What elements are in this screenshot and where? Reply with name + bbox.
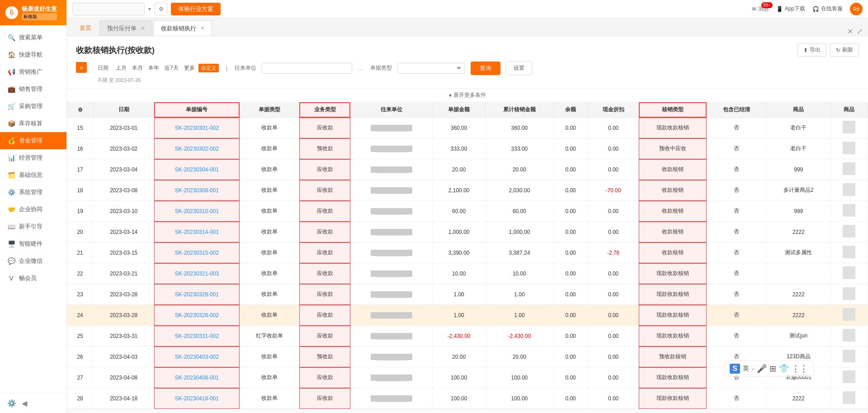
sidebar-item-hardware[interactable]: 🖥️智能硬件 — [0, 235, 66, 252]
doc-link[interactable]: SK-20230418-001 — [175, 395, 219, 402]
cell-write_off_type: 现款收款核销 — [639, 388, 707, 409]
cell-cash_discount: -70.00 — [588, 180, 639, 201]
cell-date: 2023-03-28 — [94, 305, 154, 326]
cell-doc_type: 收款单 — [240, 138, 299, 159]
tab-close-icon[interactable]: ✕ — [141, 26, 145, 31]
sidebar-item-sales[interactable]: 💼销售管理 — [0, 81, 66, 98]
cell-biz_type: 应收款 — [299, 180, 350, 201]
cell-amount: -2,430.00 — [432, 326, 485, 347]
cell-partner: ████████ — [350, 388, 432, 409]
col-header-cumulative: 累计核销金额 — [486, 102, 553, 118]
cell-biz_type: 应收款 — [299, 284, 350, 305]
cell-cumulative: 1.00 — [486, 284, 553, 305]
date-opt[interactable]: 更多 — [182, 63, 197, 73]
cell-amount: 20.00 — [432, 159, 485, 180]
topbar-message-btn[interactable]: ✉ 消息 99+ — [752, 5, 769, 13]
doc-link[interactable]: SK-20230308-001 — [175, 187, 219, 194]
cell-doc_type: 收款单 — [240, 180, 299, 201]
doc-link[interactable]: SK-20230302-002 — [175, 146, 219, 152]
doc-link[interactable]: SK-20230331-002 — [175, 333, 219, 339]
cell-doc_type: 收款单 — [240, 242, 299, 263]
doc-link[interactable]: SK-20230328-001 — [175, 291, 219, 298]
cell-cumulative: 360.00 — [486, 118, 553, 138]
maximize-icon[interactable]: ⤢ — [857, 27, 863, 36]
sidebar-item-search[interactable]: 🔍搜索菜单 — [0, 29, 66, 46]
cell-doc_no: SK-20230301-002 — [154, 118, 240, 138]
date-opt[interactable]: 本年 — [146, 63, 161, 73]
sidebar-item-guide[interactable]: 📖新手引导 — [0, 218, 66, 235]
sidebar-item-inventory[interactable]: 📦库存核算 — [0, 115, 66, 132]
refresh-button[interactable]: ↻ 刷新 — [830, 43, 859, 57]
sidebar-item-system[interactable]: ⚙️系统管理 — [0, 184, 66, 201]
doc-link[interactable]: SK-20230315-002 — [175, 250, 219, 256]
sidebar-item-label: 系统管理 — [19, 188, 42, 196]
solution-button[interactable]: 体验行业方案 — [171, 3, 221, 15]
doc-link[interactable]: SK-20230321-003 — [175, 271, 219, 277]
doc-link[interactable]: SK-20230314-001 — [175, 229, 219, 235]
doc-link[interactable]: SK-20230310-001 — [175, 208, 219, 214]
query-button[interactable]: 查询 — [471, 62, 500, 75]
date-opt[interactable]: 上月 — [114, 63, 128, 73]
sidebar-item-wechat[interactable]: 💬企业微信 — [0, 252, 66, 270]
member-icon: V — [7, 275, 15, 282]
cell-date: 2023-03-10 — [94, 201, 154, 222]
cell-doc_no: SK-20230314-001 — [154, 222, 240, 242]
cell-partner: ████████ — [350, 180, 432, 201]
tab-home[interactable]: 首页 — [72, 20, 99, 36]
cell-cash_discount: 0.00 — [588, 263, 639, 284]
doc-type-select[interactable] — [397, 63, 465, 74]
date-opt[interactable]: 近7天 — [163, 63, 180, 73]
cell-amount: 100.00 — [432, 367, 485, 388]
topbar-service-btn[interactable]: 🎧 在线客服 — [812, 5, 843, 13]
date-custom-btn[interactable]: 自定义 — [198, 64, 219, 72]
cell-partner: ████████ — [350, 138, 432, 159]
sidebar-item-member[interactable]: V畅会员 — [0, 270, 66, 287]
cell-cumulative: 10.00 — [486, 263, 553, 284]
filter-toggle-btn[interactable]: » — [76, 62, 87, 73]
tab-close-icon[interactable]: ✕ — [201, 26, 204, 31]
settings-icon[interactable]: ⚙️ — [7, 399, 16, 408]
sidebar-item-quick[interactable]: 🏠快捷导航 — [0, 46, 66, 63]
sidebar-item-collab[interactable]: 🤝企业协同 — [0, 201, 66, 218]
doc-link[interactable]: SK-20230403-002 — [175, 354, 219, 360]
collapse-icon[interactable]: ◀ — [22, 399, 27, 408]
cell-write_off_type: 现款收款核销 — [639, 118, 707, 138]
doc-link[interactable]: SK-20230408-001 — [175, 375, 219, 381]
cell-cash_discount: 0.00 — [588, 138, 639, 159]
settings-filter-button[interactable]: 设置 — [506, 61, 532, 75]
doc-link[interactable]: SK-20230328-002 — [175, 312, 219, 318]
tab-collection[interactable]: 收款核销执行✕ — [153, 20, 212, 36]
cell-doc_no: SK-20230321-003 — [154, 263, 240, 284]
sidebar-item-marketing[interactable]: 📢营销推广 — [0, 63, 66, 81]
cell-doc_type: 收款单 — [240, 222, 299, 242]
sidebar-item-finance[interactable]: 💰资金管理 — [0, 132, 66, 149]
topbar-gear-btn[interactable]: ⚙ — [155, 3, 167, 15]
export-icon: ⬆ — [803, 47, 808, 53]
cell-doc_no: SK-20230331-002 — [154, 326, 240, 347]
cell-include_settled: 否 — [707, 180, 766, 201]
refresh-icon: ↻ — [836, 47, 840, 53]
close-tab-icon[interactable]: ✕ — [847, 27, 853, 36]
sidebar-item-label: 销售管理 — [19, 85, 42, 93]
sidebar-item-operation[interactable]: 📊经营管理 — [0, 149, 66, 166]
footer-label: 合计 — [67, 409, 154, 413]
tabs-right: ✕ ⤢ — [847, 27, 863, 36]
expand-more-button[interactable]: ▾ 展开更多条件 — [449, 91, 486, 99]
sidebar-item-basic[interactable]: 🗂️基础信息 — [0, 166, 66, 184]
topbar-app-btn[interactable]: 📱 App下载 — [776, 5, 805, 13]
cell-goods: 2222 — [766, 388, 830, 409]
tab-prepay[interactable]: 预付应付单✕ — [99, 20, 152, 36]
date-opt[interactable]: 本月 — [130, 63, 145, 73]
partner-input[interactable] — [262, 63, 352, 74]
doc-link[interactable]: SK-20230301-002 — [175, 125, 219, 131]
cell-write_off_type: 现款收款核销 — [639, 367, 707, 388]
topbar-search-input[interactable] — [72, 3, 145, 15]
export-button[interactable]: ⬆ 导出 — [797, 43, 826, 57]
doc-link[interactable]: SK-20230304-001 — [175, 166, 219, 173]
table-row: 222023-03-21SK-20230321-003收款单应收款███████… — [67, 263, 868, 284]
sidebar-item-purchase[interactable]: 🛒采购管理 — [0, 98, 66, 115]
cell-partner: ████████ — [350, 159, 432, 180]
user-avatar[interactable]: Rit — [850, 3, 863, 15]
cell-goods2 — [830, 284, 868, 305]
topbar-dropdown[interactable]: ▾ — [148, 6, 151, 12]
